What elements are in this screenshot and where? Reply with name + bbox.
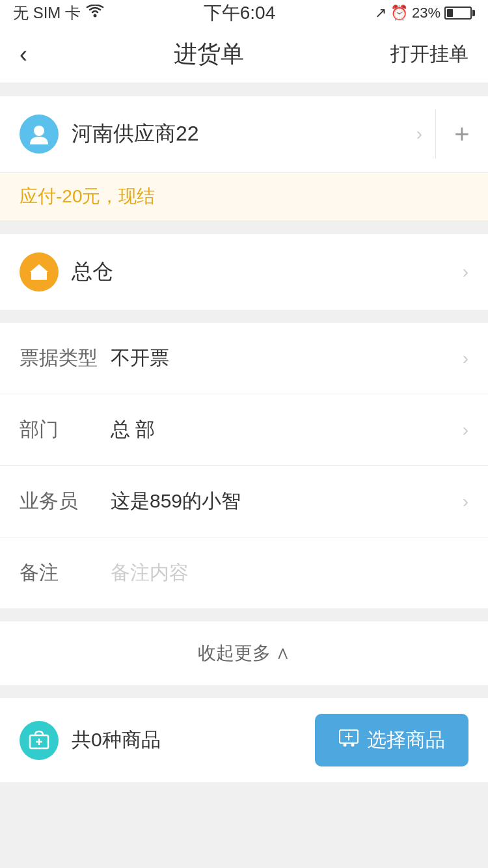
warehouse-icon: [20, 252, 59, 292]
status-right: ↗ ⏰ 23%: [375, 5, 475, 21]
invoice-value: 不开票: [98, 345, 463, 372]
location-icon: ↗: [375, 5, 386, 21]
remark-label: 备注: [20, 560, 98, 586]
collapse-label: 收起更多 ∧: [198, 641, 291, 666]
supplier-section: 河南供应商22 › +: [0, 96, 488, 172]
chevron-right-dept-icon: ›: [463, 420, 468, 441]
salesperson-label: 业务员: [20, 488, 98, 515]
salesperson-row[interactable]: 业务员 这是859的小智 ›: [0, 466, 488, 537]
dept-label: 部门: [20, 416, 98, 443]
status-left: 无 SIM 卡: [13, 3, 104, 23]
battery-icon: [444, 7, 475, 20]
svg-rect-4: [36, 275, 42, 280]
svg-point-12: [351, 744, 355, 747]
svg-point-0: [94, 14, 97, 18]
form-section: 票据类型 不开票 › 部门 总 部 › 业务员 这是859的小智 › 备注 备注…: [0, 323, 488, 608]
warehouse-row[interactable]: 总仓 ›: [0, 234, 488, 310]
remark-input[interactable]: 备注内容: [98, 560, 468, 586]
supplier-avatar: [20, 115, 59, 154]
bottom-content: [0, 782, 488, 868]
svg-marker-3: [30, 264, 48, 272]
chevron-right-invoice-icon: ›: [463, 348, 468, 369]
notice-bar: 应付-20元，现结: [0, 172, 488, 221]
alarm-icon: ⏰: [390, 5, 408, 21]
open-pending-button[interactable]: 打开挂单: [390, 41, 468, 68]
select-product-label: 选择商品: [367, 727, 445, 753]
status-bar: 无 SIM 卡 下午6:04 ↗ ⏰ 23%: [0, 0, 488, 26]
status-time: 下午6:04: [204, 1, 276, 25]
chevron-right-salesperson-icon: ›: [463, 491, 468, 512]
carrier-label: 无 SIM 卡: [13, 3, 81, 23]
product-count: 共0种商品: [72, 727, 302, 753]
dept-value: 总 部: [98, 416, 463, 443]
remark-row[interactable]: 备注 备注内容: [0, 537, 488, 608]
page-title: 进货单: [174, 38, 244, 70]
wifi-icon: [86, 5, 104, 21]
select-product-button[interactable]: 选择商品: [315, 714, 468, 766]
battery-pct: 23%: [412, 5, 441, 21]
collapse-section: 收起更多 ∧: [0, 621, 488, 685]
bottom-bar: 共0种商品 选择商品: [0, 698, 488, 782]
add-supplier-button[interactable]: +: [436, 96, 488, 172]
cart-icon: [338, 729, 359, 752]
product-icon: [20, 721, 59, 760]
warehouse-name: 总仓: [72, 258, 450, 286]
invoice-row[interactable]: 票据类型 不开票 ›: [0, 323, 488, 394]
invoice-label: 票据类型: [20, 345, 98, 372]
supplier-row[interactable]: 河南供应商22 ›: [0, 96, 435, 172]
notice-text: 应付-20元，现结: [20, 186, 155, 206]
svg-point-1: [34, 126, 44, 136]
back-button[interactable]: ‹: [20, 41, 27, 68]
svg-point-11: [344, 744, 347, 747]
dept-row[interactable]: 部门 总 部 ›: [0, 394, 488, 466]
salesperson-value: 这是859的小智: [98, 488, 463, 515]
collapse-button[interactable]: 收起更多 ∧: [0, 621, 488, 685]
chevron-right-warehouse-icon: ›: [463, 262, 468, 282]
nav-bar: ‹ 进货单 打开挂单: [0, 26, 488, 83]
warehouse-section: 总仓 ›: [0, 234, 488, 310]
supplier-name: 河南供应商22: [72, 120, 403, 148]
gap-1: [0, 83, 488, 96]
chevron-right-icon: ›: [416, 124, 422, 144]
